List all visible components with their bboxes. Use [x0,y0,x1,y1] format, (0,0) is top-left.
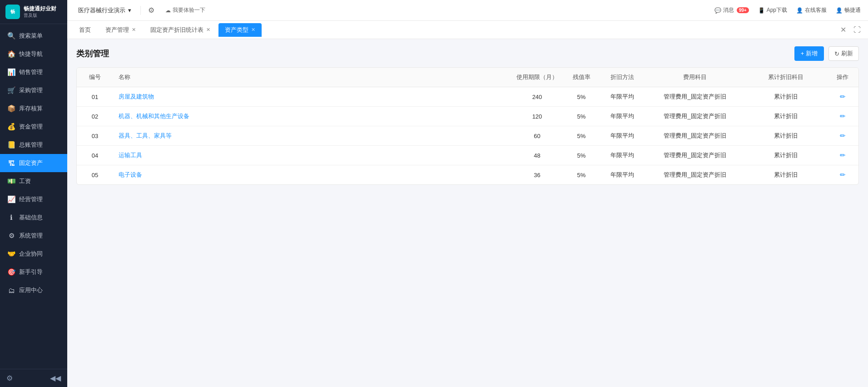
tabbar: 首页资产管理✕固定资产折旧统计表✕资产类型✕ ✕ ⛶ [67,21,868,39]
new-button[interactable]: + 新增 [794,46,824,61]
sidebar-label-capital: 资金管理 [19,123,43,131]
sidebar-item-ledger[interactable]: 📒 总账管理 [0,136,67,154]
sidebar-label-operations: 经营管理 [19,195,43,203]
customer-service-label: 在线客服 [805,6,827,14]
cell-code-4: 05 [77,165,113,185]
tab-close-3[interactable]: ✕ [251,27,255,33]
message-badge: 99+ [737,7,749,13]
cell-action-3: ✏ [827,146,858,165]
cell-name-3: 运输工具 [113,146,511,165]
tab-2[interactable]: 固定资产折旧统计表✕ [144,23,217,37]
cell-residual-3: 5% [563,146,600,165]
cell-accum-1: 累计折旧 [745,107,827,126]
tab-close-2[interactable]: ✕ [206,27,210,33]
cell-residual-0: 5% [563,87,600,107]
sidebar-item-payroll[interactable]: 💵 工资 [0,172,67,190]
sidebar-item-inventory[interactable]: 📦 库存核算 [0,99,67,118]
table-wrapper: 编号 名称 使用期限（月） 残值率 折旧方法 费用科目 累计折旧科目 操作 01… [76,67,859,185]
tab-label-1: 资产管理 [105,26,129,34]
sidebar-label-inventory: 库存核算 [19,104,43,113]
app-download-button[interactable]: 📱 App下载 [758,6,787,14]
col-header-code: 编号 [77,68,113,87]
sidebar-icon-basic-info: ℹ [7,213,15,222]
name-link-0[interactable]: 房屋及建筑物 [119,93,154,100]
col-header-residual: 残值率 [563,68,600,87]
sidebar-icon-purchase: 🛒 [7,86,15,94]
edit-icon-1[interactable]: ✏ [840,112,846,120]
edit-icon-2[interactable]: ✏ [840,132,846,140]
sidebar-icon-operations: 📈 [7,195,15,203]
cell-residual-1: 5% [563,107,600,126]
tab-close-1[interactable]: ✕ [132,27,136,33]
cell-code-2: 03 [77,126,113,146]
sidebar-item-fixed-assets[interactable]: 🏗 固定资产 [0,154,67,172]
main-content: 医疗器械行业演示 ▾ ⚙ ☁ 我要体验一下 💬 消息 99+ 📱 App下载 👤… [67,0,868,387]
customer-service-button[interactable]: 👤 在线客服 [796,6,827,14]
name-link-4[interactable]: 电子设备 [119,171,142,178]
cell-period-4: 36 [511,165,563,185]
refresh-label: 刷新 [841,50,853,58]
sidebar-item-enterprise[interactable]: 🤝 企业协同 [0,245,67,263]
sidebar-item-sales[interactable]: 📊 销售管理 [0,63,67,81]
sidebar-item-quick-nav[interactable]: 🏠 快捷导航 [0,45,67,63]
app-logo: 畅 畅捷通好业财 普及版 [0,0,67,24]
name-link-1[interactable]: 机器、机械和其他生产设备 [119,113,189,119]
user-button[interactable]: 👤 畅捷通 [836,6,861,14]
sidebar-label-enterprise: 企业协同 [19,250,43,258]
sidebar-label-search: 搜索菜单 [19,32,43,40]
cell-method-3: 年限平均 [600,146,645,165]
cell-action-2: ✏ [827,126,858,146]
cell-action-0: ✏ [827,87,858,107]
tab-label-2: 固定资产折旧统计表 [150,26,203,34]
name-link-3[interactable]: 运输工具 [119,152,142,159]
edit-icon-0[interactable]: ✏ [840,93,846,101]
topbar-settings-icon[interactable]: ⚙ [146,4,156,16]
sidebar-label-payroll: 工资 [19,177,31,185]
cell-accum-2: 累计折旧 [745,126,827,146]
sidebar-label-fixed-assets: 固定资产 [19,159,43,167]
cell-code-1: 02 [77,107,113,126]
cell-method-4: 年限平均 [600,165,645,185]
sidebar-item-system[interactable]: ⚙ 系统管理 [0,227,67,245]
topbar: 医疗器械行业演示 ▾ ⚙ ☁ 我要体验一下 💬 消息 99+ 📱 App下载 👤… [67,0,868,21]
sidebar-menu: 🔍 搜索菜单 🏠 快捷导航 📊 销售管理 🛒 采购管理 📦 库存核算 💰 资金管… [0,24,67,369]
tabbar-actions: ✕ ⛶ [838,24,863,36]
sidebar-item-app-center[interactable]: 🗂 应用中心 [0,281,67,299]
cell-period-1: 120 [511,107,563,126]
edit-icon-4[interactable]: ✏ [840,171,846,179]
message-button[interactable]: 💬 消息 99+ [714,6,749,14]
refresh-button[interactable]: ↻ 刷新 [828,46,859,61]
close-tab-icon[interactable]: ✕ [838,24,848,36]
category-table: 编号 名称 使用期限（月） 残值率 折旧方法 费用科目 累计折旧科目 操作 01… [77,68,858,184]
experience-button[interactable]: ☁ 我要体验一下 [165,6,205,14]
collapse-icon[interactable]: ◀◀ [50,374,61,382]
col-header-name: 名称 [113,68,511,87]
edit-icon-3[interactable]: ✏ [840,151,846,159]
page-header: 类别管理 + 新增 ↻ 刷新 [76,46,859,61]
sidebar-icon-capital: 💰 [7,123,15,131]
sidebar-item-capital[interactable]: 💰 资金管理 [0,118,67,136]
cell-period-0: 240 [511,87,563,107]
settings-icon[interactable]: ⚙ [6,374,13,382]
sidebar-item-guide[interactable]: 🎯 新手引导 [0,263,67,281]
table-row: 05 电子设备 36 5% 年限平均 管理费用_固定资产折旧 累计折旧 ✏ [77,165,858,185]
table-row: 02 机器、机械和其他生产设备 120 5% 年限平均 管理费用_固定资产折旧 … [77,107,858,126]
cell-action-4: ✏ [827,165,858,185]
name-link-2[interactable]: 器具、工具、家具等 [119,132,172,139]
col-header-accum: 累计折旧科目 [745,68,827,87]
cell-method-1: 年限平均 [600,107,645,126]
industry-selector[interactable]: 医疗器械行业演示 ▾ [74,5,135,16]
cell-expense-3: 管理费用_固定资产折旧 [645,146,745,165]
message-label: 消息 [723,6,734,14]
sidebar-item-purchase[interactable]: 🛒 采购管理 [0,81,67,99]
sidebar-label-system: 系统管理 [19,232,43,240]
expand-tab-icon[interactable]: ⛶ [852,24,863,36]
sidebar-item-basic-info[interactable]: ℹ 基础信息 [0,208,67,227]
tab-0[interactable]: 首页 [73,23,97,37]
cell-period-3: 48 [511,146,563,165]
tab-1[interactable]: 资产管理✕ [99,23,142,37]
sidebar-item-operations[interactable]: 📈 经营管理 [0,190,67,208]
tab-3[interactable]: 资产类型✕ [218,23,262,37]
page-actions: + 新增 ↻ 刷新 [794,46,859,61]
sidebar-item-search[interactable]: 🔍 搜索菜单 [0,27,67,45]
